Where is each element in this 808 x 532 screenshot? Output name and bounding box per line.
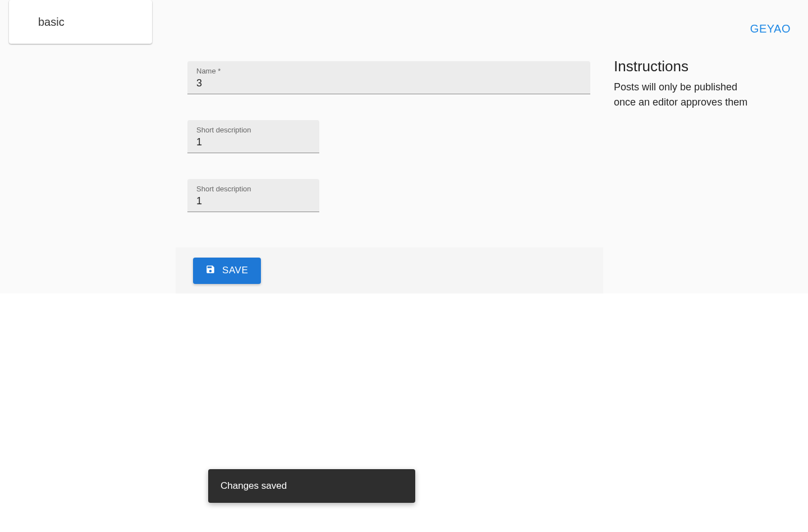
instructions-panel: Instructions Posts will only be publishe… [614,58,760,110]
instructions-title: Instructions [614,58,760,75]
snackbar: Changes saved [208,469,415,503]
short-desc-2-wrapper: Short description [187,179,319,212]
tab-label: basic [38,16,65,29]
toolbar: SAVE [176,247,603,293]
short-desc-1-label: Short description [196,126,310,134]
short-desc-1-wrapper: Short description [187,120,319,153]
short-desc-2-label: Short description [196,185,310,193]
instructions-body: Posts will only be published once an edi… [614,80,760,110]
snackbar-message: Changes saved [221,480,287,491]
name-field-wrapper: Name * [187,61,590,94]
save-button[interactable]: SAVE [193,258,261,284]
name-label: Name * [196,67,581,75]
name-input[interactable] [196,77,581,89]
header-link-label: GEYAO [750,22,791,35]
save-button-label: SAVE [222,265,249,276]
short-desc-1-input[interactable] [196,136,310,148]
header-user-link[interactable]: GEYAO [750,22,791,35]
form-container: Name * Short description Short descripti… [187,61,590,238]
tab-basic[interactable]: basic [9,0,152,44]
save-icon [205,264,215,277]
short-desc-2-input[interactable] [196,195,310,207]
